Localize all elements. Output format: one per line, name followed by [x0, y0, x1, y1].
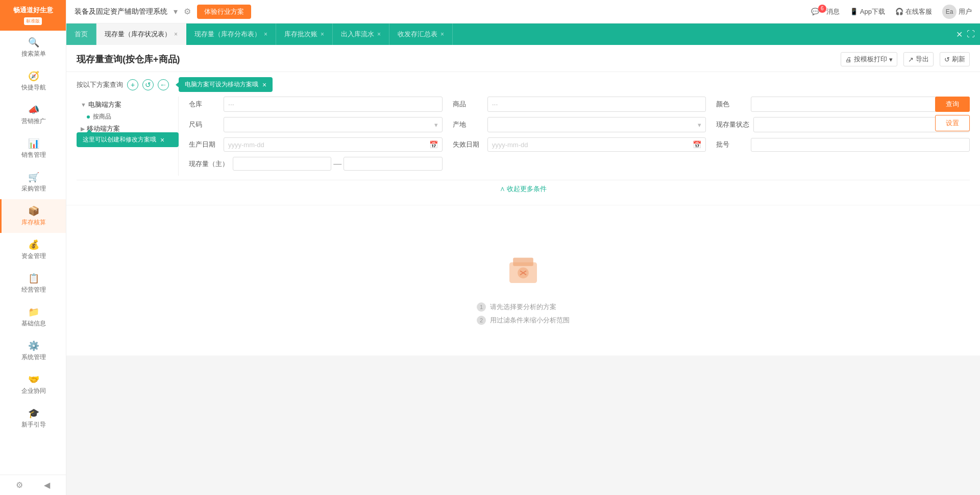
sidebar-item-finance[interactable]: 💰 资金管理: [0, 233, 66, 267]
sidebar-item-label: 资金管理: [21, 252, 46, 261]
expire-date-input[interactable]: yyyy-mm-dd 📅: [487, 137, 706, 152]
tab-recv-send[interactable]: 收发存汇总表 ×: [389, 23, 453, 45]
scheme-child-goods[interactable]: 按商品: [87, 111, 173, 123]
top-header: 装备及固定资产辅助管理系统 ▾ ⚙ 体验行业方案 💬 6 消息 📱 App下载 …: [66, 0, 980, 23]
messages-label: 消息: [826, 7, 840, 16]
tooltip-desktop-text: 电脑方案可设为移动方案哦: [185, 80, 258, 89]
warehouse-dots[interactable]: ···: [228, 100, 234, 108]
filter-row-stock-status: 现存量状态 ▾: [716, 117, 970, 132]
sidebar-item-search-menu[interactable]: 🔍 搜索菜单: [0, 31, 66, 64]
sidebar-item-label: 搜索菜单: [21, 50, 46, 58]
print-label: 按模板打印: [854, 55, 887, 64]
tab-close-icon[interactable]: ×: [264, 31, 267, 38]
sidebar-item-system[interactable]: ⚙️ 系统管理: [0, 334, 66, 368]
expire-date-label: 失效日期: [453, 140, 483, 149]
empty-tips: 1 请先选择要分析的方案 2 用过滤条件来缩小分析范围: [477, 302, 570, 325]
tab-recv-send-label: 收发存汇总表: [398, 30, 437, 39]
tab-inventory-status[interactable]: 现存量（库存状况表） ×: [96, 23, 186, 45]
batch-no-input[interactable]: [751, 138, 970, 152]
sidebar-item-operations[interactable]: 📋 经营管理: [0, 267, 66, 300]
scheme-node-desktop[interactable]: ▼ 电脑端方案: [77, 99, 173, 111]
prod-date-label: 生产日期: [189, 140, 219, 149]
tab-close-all-icon[interactable]: ✕: [956, 30, 963, 39]
experience-btn[interactable]: 体验行业方案: [197, 5, 251, 19]
export-btn[interactable]: ↗ 导出: [903, 52, 934, 66]
logo-badge: 标准版: [24, 17, 42, 25]
svg-rect-1: [513, 258, 533, 266]
page-title: 现存量查询(按仓库+商品): [77, 53, 180, 65]
refresh-btn[interactable]: ↺ 刷新: [940, 52, 970, 66]
tooltip-desktop-close[interactable]: ×: [262, 81, 266, 89]
tooltip-create-close[interactable]: ×: [160, 136, 164, 144]
tab-home[interactable]: 首页: [66, 23, 96, 45]
filter-row-expire-date: 失效日期 yyyy-mm-dd 📅: [453, 137, 706, 152]
header-left: 装备及固定资产辅助管理系统 ▾ ⚙ 体验行业方案: [75, 5, 251, 19]
tab-close-icon[interactable]: ×: [321, 31, 324, 38]
reset-button[interactable]: 设置: [935, 115, 970, 131]
app-download-item[interactable]: 📱 App下载: [850, 7, 885, 16]
tab-close-icon[interactable]: ×: [377, 31, 381, 38]
goods-dots[interactable]: ···: [492, 100, 498, 108]
collapse-bar[interactable]: ∧ 收起更多条件: [77, 180, 970, 198]
sidebar-item-sales[interactable]: 📊 销售管理: [0, 132, 66, 166]
tab-inventory-dist[interactable]: 现存量（库存分布表） ×: [186, 23, 276, 45]
search-button[interactable]: 查询: [935, 97, 970, 112]
sidebar-item-guide[interactable]: 🎓 新手引导: [0, 402, 66, 435]
tip-num-1: 1: [477, 302, 486, 312]
goods-select[interactable]: ···: [487, 97, 706, 112]
online-support-item[interactable]: 🎧 在线客服: [895, 7, 932, 16]
prod-date-input[interactable]: yyyy-mm-dd 📅: [224, 137, 443, 152]
sidebar-item-label: 系统管理: [21, 353, 46, 362]
settings-icon[interactable]: ⚙: [184, 7, 191, 16]
tab-bar: 首页 现存量（库存状况表） × 现存量（库存分布表） × 库存批次账 × 出入库…: [66, 23, 980, 45]
sidebar-settings-btn[interactable]: ⚙: [16, 480, 23, 490]
page-actions: 🖨 按模板打印 ▾ ↗ 导出 ↺ 刷新: [841, 52, 970, 66]
scheme-node-desktop-label: 电脑端方案: [88, 100, 121, 109]
refresh-label: 刷新: [952, 55, 965, 64]
origin-select[interactable]: ▾: [487, 117, 706, 132]
app-download-label: App下载: [860, 7, 885, 16]
tab-in-out-flow[interactable]: 出入库流水 ×: [333, 23, 389, 45]
sidebar-item-purchase[interactable]: 🛒 采购管理: [0, 166, 66, 199]
filter-row-warehouse: 仓库 ···: [189, 97, 443, 112]
sidebar-collapse-btn[interactable]: ◀: [44, 480, 50, 490]
tab-close-icon[interactable]: ×: [174, 31, 178, 38]
sidebar-item-enterprise[interactable]: 🤝 企业协同: [0, 368, 66, 402]
tab-maximize-icon[interactable]: ⛶: [967, 30, 975, 39]
filter-row-batch-no: 批号: [716, 138, 970, 152]
sidebar-item-inventory[interactable]: 📦 库存核算: [0, 199, 66, 233]
collapse-icon: ∧: [500, 185, 507, 193]
sidebar-item-marketing[interactable]: 📣 营销推广: [0, 98, 66, 132]
print-btn[interactable]: 🖨 按模板打印 ▾: [841, 52, 897, 66]
empty-tip-2: 2 用过滤条件来缩小分析范围: [477, 316, 570, 325]
filter-row-size: 尺码 ▾: [189, 117, 443, 132]
size-label: 尺码: [189, 120, 219, 129]
empty-tip-2-text: 用过滤条件来缩小分析范围: [490, 316, 570, 325]
header-right: 💬 6 消息 📱 App下载 🎧 在线客服 Ea 用户: [811, 5, 972, 19]
tab-batch-ledger[interactable]: 库存批次账 ×: [276, 23, 333, 45]
sidebar-item-label: 基础信息: [21, 319, 46, 328]
size-select[interactable]: ▾: [224, 117, 443, 132]
warehouse-select[interactable]: ···: [224, 97, 443, 112]
filter-add-btn[interactable]: +: [127, 79, 138, 90]
stock-qty-min[interactable]: [233, 157, 331, 171]
user-item[interactable]: Ea 用户: [942, 5, 972, 19]
tooltip-desktop: 电脑方案可设为移动方案哦 ×: [179, 77, 273, 92]
filter-row-color: 颜色 ▾: [716, 97, 970, 112]
marketing-icon: 📣: [28, 104, 39, 115]
tooltip-create: 这里可以创建和修改方案哦 ×: [77, 132, 179, 147]
messages-item[interactable]: 💬 6 消息: [811, 7, 840, 16]
tab-close-icon[interactable]: ×: [440, 31, 444, 38]
system-dropdown-icon[interactable]: ▾: [174, 7, 178, 16]
tab-home-label: 首页: [75, 30, 88, 39]
stock-qty-max[interactable]: [344, 157, 442, 171]
sidebar-item-label: 销售管理: [21, 151, 46, 159]
calendar-icon[interactable]: 📅: [429, 140, 438, 149]
avatar-text: Ea: [946, 8, 953, 15]
filter-back-btn[interactable]: ←: [158, 79, 169, 90]
sidebar-item-basic[interactable]: 📁 基础信息: [0, 300, 66, 334]
sidebar-item-quick-nav[interactable]: 🧭 快捷导航: [0, 64, 66, 98]
refresh-icon: ↺: [944, 56, 950, 63]
calendar-icon[interactable]: 📅: [693, 140, 701, 149]
filter-refresh-btn[interactable]: ↺: [142, 79, 154, 90]
